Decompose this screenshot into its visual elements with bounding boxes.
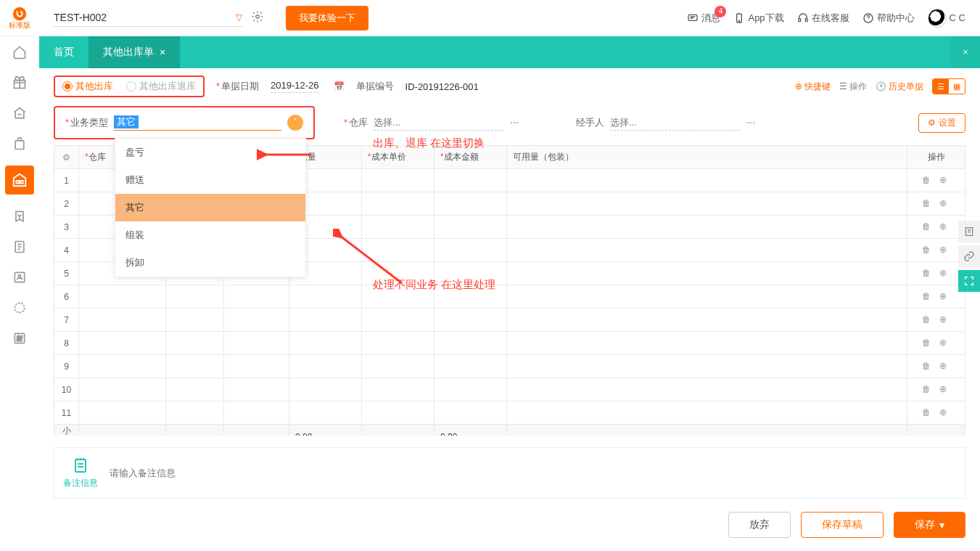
view-list-icon[interactable]: ☰ (933, 79, 949, 94)
add-icon[interactable]: ⊕ (939, 338, 951, 349)
radio-return[interactable]: 其他出库退库 (126, 80, 196, 93)
try-button[interactable]: 我要体验一下 (286, 6, 368, 30)
delete-icon[interactable]: 🗑 (922, 198, 934, 210)
calendar-icon[interactable]: 📅 (334, 81, 345, 91)
logo-icon (12, 6, 28, 22)
view-grid-icon[interactable]: ▦ (949, 79, 965, 94)
delete-icon[interactable]: 🗑 (922, 361, 934, 372)
delete-icon[interactable]: 🗑 (922, 175, 934, 187)
tabs-bar: 首页 其他出库单 × × (39, 36, 980, 68)
add-icon[interactable]: ⊕ (939, 407, 951, 419)
delete-icon[interactable]: 🗑 (922, 407, 934, 419)
date-value[interactable]: 2019-12-26 (271, 80, 319, 93)
add-icon[interactable]: ⊕ (939, 221, 951, 233)
remarks-input[interactable] (110, 468, 956, 478)
warehouse-input[interactable] (374, 115, 504, 131)
add-icon[interactable]: ⊕ (939, 314, 951, 326)
more-icon[interactable]: ⋯ (746, 118, 755, 128)
rail-sales-icon[interactable] (11, 135, 28, 152)
tab-other-outbound[interactable]: 其他出库单 × (88, 36, 180, 68)
add-icon[interactable]: ⊕ (939, 175, 951, 187)
column-settings-icon[interactable]: ⚙ (62, 152, 70, 163)
messages-button[interactable]: 消息 4 (687, 12, 720, 25)
more-icon[interactable]: ⋯ (510, 118, 519, 128)
biz-option[interactable]: 拆卸 (115, 249, 305, 277)
rail-sync-icon[interactable] (11, 299, 28, 317)
left-rail: 新 (0, 36, 39, 551)
rail-warehouse-icon[interactable] (5, 166, 34, 195)
rail-contacts-icon[interactable] (11, 269, 28, 286)
handler-select[interactable]: 经手人 ⋯ (576, 115, 779, 131)
tab-home[interactable]: 首页 (39, 36, 88, 68)
col-header: 可用量（包装） (507, 146, 907, 169)
biz-type-select[interactable]: *业务类型 其它 ˄ 盘亏赠送其它组装拆卸 (54, 106, 315, 139)
message-badge: 4 (715, 6, 726, 17)
table-row[interactable]: 8🗑⊕ (54, 332, 965, 355)
app-download-button[interactable]: App下载 (733, 12, 783, 25)
table-row[interactable]: 9🗑⊕ (54, 355, 965, 378)
save-draft-button[interactable]: 保存草稿 (801, 512, 884, 538)
col-header: *成本金额 (435, 146, 507, 169)
add-icon[interactable]: ⊕ (939, 268, 951, 279)
add-icon[interactable]: ⊕ (939, 198, 951, 210)
float-link-icon[interactable] (958, 245, 980, 267)
table-row[interactable]: 11🗑⊕ (54, 401, 965, 425)
shortcut-link[interactable]: ⊕ 快捷键 (795, 81, 831, 93)
logo-sub: 标准版 (9, 20, 30, 30)
handler-input[interactable] (610, 115, 741, 131)
date-label: *单据日期 (216, 80, 259, 93)
rail-report-icon[interactable] (11, 238, 28, 256)
delete-icon[interactable]: 🗑 (922, 314, 934, 326)
add-icon[interactable]: ⊕ (939, 245, 951, 256)
rail-gift-icon[interactable] (11, 74, 28, 91)
radio-outbound[interactable]: 其他出库 (62, 80, 113, 93)
close-icon[interactable]: × (160, 46, 165, 58)
col-header: 操作 (907, 146, 965, 169)
add-icon[interactable]: ⊕ (939, 291, 951, 303)
radio-icon (62, 81, 73, 91)
settings-button[interactable]: ⚙ 设置 (918, 113, 965, 133)
close-all-icon[interactable]: × (951, 36, 980, 68)
warehouse-select[interactable]: *仓库 ⋯ (344, 115, 547, 131)
biz-option[interactable]: 其它 (115, 194, 305, 221)
chevron-down-icon: ▽ (236, 12, 242, 23)
discard-button[interactable]: 放弃 (728, 512, 791, 538)
message-icon (687, 12, 699, 24)
biz-option[interactable]: 组装 (115, 221, 305, 249)
delete-icon[interactable]: 🗑 (922, 338, 934, 349)
rail-new-icon[interactable]: 新 (11, 330, 28, 347)
float-note-icon[interactable] (958, 221, 980, 242)
history-link[interactable]: 🕑 历史单据 (876, 81, 923, 93)
org-input[interactable] (54, 12, 230, 23)
org-select[interactable]: ▽ (54, 9, 242, 27)
header-actions: 消息 4 App下载 在线客服 帮助中心 C C (687, 9, 980, 28)
table-row[interactable]: 10🗑⊕ (54, 378, 965, 401)
gear-icon[interactable] (251, 10, 264, 25)
subtotal-row: 小计0.000.00 (54, 425, 965, 436)
biz-option[interactable]: 盘亏 (115, 139, 305, 166)
help-button[interactable]: 帮助中心 (862, 12, 915, 25)
save-button[interactable]: 保存 ▾ (894, 512, 965, 538)
delete-icon[interactable]: 🗑 (922, 245, 934, 256)
delete-icon[interactable]: 🗑 (922, 384, 934, 396)
float-expand-icon[interactable] (958, 270, 980, 292)
table-row[interactable]: 7🗑⊕ (54, 309, 965, 332)
user-menu[interactable]: C C (928, 9, 965, 28)
add-icon[interactable]: ⊕ (939, 361, 951, 372)
biz-selected-value: 其它 (114, 115, 139, 128)
rail-home-icon[interactable] (11, 44, 28, 61)
delete-icon[interactable]: 🗑 (922, 221, 934, 233)
rail-purchase-icon[interactable] (11, 105, 28, 122)
add-icon[interactable]: ⊕ (939, 384, 951, 396)
biz-option[interactable]: 赠送 (115, 166, 305, 194)
col-header: *成本单价 (362, 146, 435, 169)
footer-actions: 放弃 保存草稿 保存 ▾ (39, 499, 980, 551)
docno-value: ID-20191226-001 (405, 81, 479, 92)
table-row[interactable]: 6🗑⊕ (54, 285, 965, 309)
delete-icon[interactable]: 🗑 (922, 291, 934, 303)
customer-service-button[interactable]: 在线客服 (797, 12, 849, 25)
rail-finance-icon[interactable] (11, 208, 28, 225)
chevron-up-icon[interactable]: ˄ (287, 115, 303, 131)
delete-icon[interactable]: 🗑 (922, 268, 934, 279)
operate-link[interactable]: ☰ 操作 (839, 81, 867, 93)
